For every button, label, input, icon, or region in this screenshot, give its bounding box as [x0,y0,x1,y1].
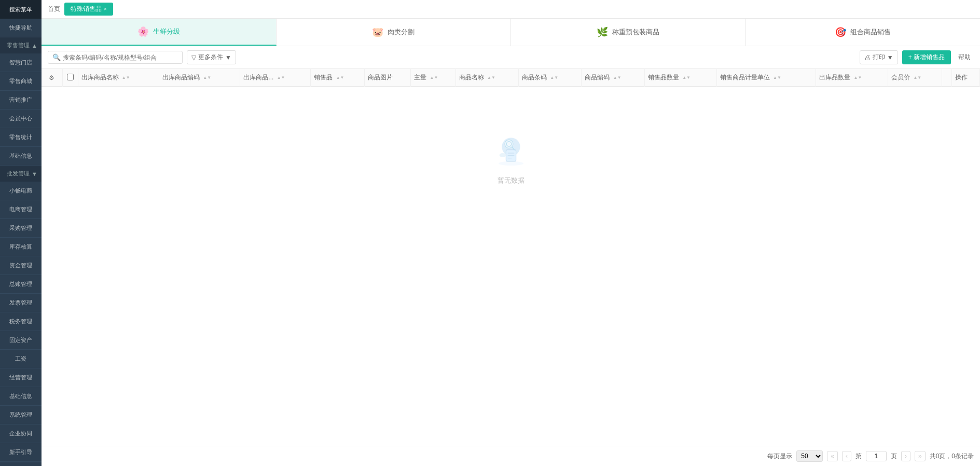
sort-icon: ▲▼ [277,75,285,80]
toolbar: 🔍 ▽ 更多条件 ▼ 🖨 打印 ▼ + 新增销售品 帮助 [42,46,980,69]
select-all-checkbox[interactable] [67,74,74,80]
per-page-select[interactable]: 50 10 20 100 [796,450,823,462]
weighed-pack-icon: 🌿 [597,26,608,38]
page-input[interactable] [866,451,887,461]
category-tabs: 🌸 生鲜分级 🐷 肉类分割 🌿 称重预包装商品 🎯 组合商品销售 [42,19,980,46]
prev-page-button[interactable]: ‹ [842,451,851,461]
sidebar-item-fixed-assets[interactable]: 固定资产 [0,331,42,350]
sidebar-item-retail-mall[interactable]: 零售商城 [0,72,42,91]
first-page-button[interactable]: « [827,451,838,461]
sort-icon: ▲▼ [122,75,130,80]
search-input[interactable] [63,54,167,61]
tab-combo-sales-label: 组合商品销售 [850,28,891,37]
tab-combo-sales[interactable]: 🎯 组合商品销售 [746,19,981,46]
sidebar-item-new-guide[interactable]: 新手引导 [0,443,42,462]
page-label: 第 [855,452,862,461]
sort-icon: ▲▼ [853,75,862,80]
sidebar-item-mini-ecom[interactable]: 小畅电商 [0,182,42,200]
total-label: 共0页，0条记录 [930,452,974,461]
new-product-button[interactable]: + 新增销售品 [902,50,951,64]
sort-icon: ▲▼ [550,75,558,80]
sidebar-item-enterprise[interactable]: 企业协同 [0,424,42,443]
th-product-image: 商品图片 [365,69,411,87]
tab-meat-cut[interactable]: 🐷 肉类分割 [277,19,512,46]
sidebar-logo[interactable]: 搜索菜单 [0,0,42,19]
sidebar-settings-btn[interactable]: ⚙ [0,462,42,466]
sort-icon: ▲▼ [773,75,781,80]
next-page-button[interactable]: › [901,451,910,461]
th-out-product-x: 出库商品... ▲▼ [240,69,311,87]
th-barcode: 商品条码 ▲▼ [519,69,582,87]
table-container: ⚙ 出库商品名称 ▲▼ 出库商品编码 ▲▼ [42,69,980,446]
tab-weighed-pack[interactable]: 🌿 称重预包装商品 [511,19,746,46]
sidebar-item-system-mgmt[interactable]: 系统管理 [0,406,42,424]
sidebar-item-purchase-mgmt[interactable]: 采购管理 [0,219,42,238]
home-breadcrumb[interactable]: 首页 [48,5,60,13]
empty-state-illustration [490,128,532,170]
last-page-button[interactable]: » [915,451,926,461]
th-checkbox[interactable] [62,69,78,87]
toolbar-left: 🔍 ▽ 更多条件 ▼ [48,50,236,64]
th-out-product-code: 出库商品编码 ▲▼ [159,69,240,87]
sidebar-item-salary[interactable]: 工资 [0,350,42,368]
empty-state-text: 暂无数据 [498,176,524,185]
tab-fresh-grade[interactable]: 🌸 生鲜分级 [42,19,277,46]
sidebar-item-quick-nav[interactable]: 快捷导航 [0,19,42,37]
fresh-grade-icon: 🌸 [137,26,149,37]
sort-icon: ▲▼ [913,75,921,80]
svg-point-9 [499,153,506,157]
toolbar-right: 🖨 打印 ▼ + 新增销售品 帮助 [860,50,974,64]
sort-icon: ▲▼ [682,75,691,80]
sort-icon: ▲▼ [203,75,211,80]
sidebar-item-inventory[interactable]: 库存核算 [0,238,42,256]
chevron-icon: ▲ [32,43,37,49]
search-box[interactable]: 🔍 [48,51,183,64]
sort-icon: ▲▼ [613,75,622,80]
column-settings-icon: ⚙ [49,74,54,81]
sidebar-item-basic-info2[interactable]: 基础信息 [0,387,42,406]
th-out-product-name: 出库商品名称 ▲▼ [78,69,159,87]
filter-button[interactable]: ▽ 更多条件 ▼ [187,50,236,64]
help-button[interactable]: 帮助 [955,51,974,64]
product-table: ⚙ 出库商品名称 ▲▼ 出库商品编码 ▲▼ [42,69,980,87]
sort-icon: ▲▼ [487,75,495,80]
sidebar: 搜索菜单 快捷导航 零售管理 ▲ 智慧门店 零售商城 营销推广 会员中心 零售统… [0,0,42,466]
sidebar-item-basic-info[interactable]: 基础信息 [0,147,42,166]
sidebar-item-tax-mgmt[interactable]: 税务管理 [0,312,42,331]
active-tab[interactable]: 特殊销售品 × [64,3,113,16]
sidebar-item-retail-stats[interactable]: 零售统计 [0,128,42,147]
th-settings[interactable]: ⚙ [42,69,62,87]
meat-cut-icon: 🐷 [372,26,383,38]
print-button[interactable]: 🖨 打印 ▼ [860,50,898,64]
sidebar-item-ecom-mgmt[interactable]: 电商管理 [0,200,42,219]
sidebar-item-ops-mgmt[interactable]: 经营管理 [0,368,42,387]
sidebar-item-finance[interactable]: 资金管理 [0,256,42,275]
filter-icon: ▽ [191,54,196,61]
new-product-label: + 新增销售品 [908,53,945,62]
th-member-price: 会员价 ▲▼ [888,69,942,87]
th-main-weight: 主量 ▲▼ [411,69,456,87]
tab-meat-cut-label: 肉类分割 [388,28,415,37]
first-page-icon: « [831,453,834,460]
sidebar-item-marketing[interactable]: 营销推广 [0,91,42,109]
tab-weighed-pack-label: 称重预包装商品 [612,28,659,37]
filter-label: 更多条件 [198,53,223,62]
th-actions: 操作 [951,69,979,87]
th-out-qty: 出库品数量 ▲▼ [816,69,888,87]
svg-point-0 [499,161,523,166]
sidebar-item-smart-store[interactable]: 智慧门店 [0,53,42,72]
th-product-code: 商品编码 ▲▼ [582,69,644,87]
sidebar-item-general-ledger[interactable]: 总账管理 [0,275,42,294]
th-product-name: 商品名称 ▲▼ [456,69,518,87]
tab-fresh-grade-label: 生鲜分级 [153,27,180,36]
sidebar-item-wholesale-mgmt[interactable]: 批发管理 ▼ [0,166,42,182]
prev-page-icon: ‹ [846,453,848,460]
print-label: 打印 [873,53,885,62]
sidebar-item-retail-mgmt[interactable]: 零售管理 ▲ [0,37,42,53]
topbar: 首页 特殊销售品 × [42,0,980,19]
sort-icon: ▲▼ [430,75,438,80]
sidebar-item-invoice-mgmt[interactable]: 发票管理 [0,294,42,312]
sidebar-item-member[interactable]: 会员中心 [0,109,42,128]
print-icon: 🖨 [864,54,871,61]
close-tab-icon[interactable]: × [104,6,107,12]
